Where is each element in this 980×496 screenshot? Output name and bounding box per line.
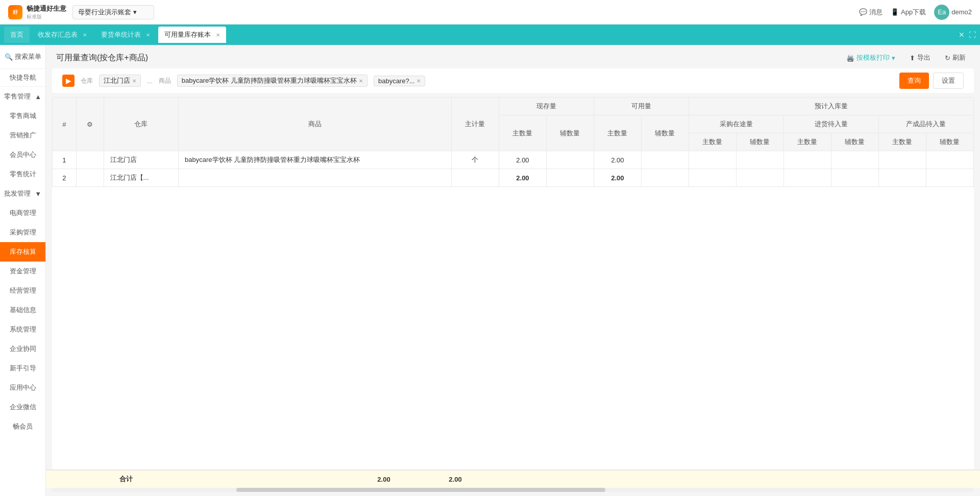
- sidebar-item-wholesale-mgmt[interactable]: 批发管理 ▼: [0, 184, 45, 203]
- sidebar-item-finance[interactable]: 资金管理: [0, 262, 45, 281]
- warehouse-filter-tag[interactable]: 江北门店 ✕: [99, 75, 141, 87]
- sidebar-item-marketing[interactable]: 营销推广: [0, 126, 45, 145]
- footer-avail-main: 2.00: [435, 476, 476, 483]
- message-button[interactable]: 💬 消息: [859, 8, 883, 17]
- product-filter-tag-2[interactable]: babycare?... ✕: [374, 76, 426, 86]
- chevron-down-icon: ▾: [133, 8, 137, 16]
- warehouse-tag-close[interactable]: ✕: [132, 78, 136, 84]
- print-icon: 🖨️: [846, 54, 854, 62]
- inventory-label: 库存核算: [10, 247, 36, 256]
- col-incoming-pending: 进货待入量: [783, 115, 878, 133]
- page-header: 可用量查询(按仓库+商品) 🖨️ 按模板打印 ▾ ⬆ 导出 ↻ 刷新: [46, 45, 980, 68]
- print-button[interactable]: 🖨️ 按模板打印 ▾: [842, 51, 899, 64]
- col-available: 可用量: [594, 98, 689, 115]
- sidebar-item-basic-info[interactable]: 基础信息: [0, 300, 45, 320]
- col-purchase-main: 主数量: [689, 133, 736, 151]
- page-title: 可用量查询(按仓库+商品): [56, 53, 148, 63]
- tenant-selector[interactable]: 母婴行业演示账套 ▾: [72, 5, 154, 19]
- sidebar-item-retail-mgmt[interactable]: 零售管理 ▲: [0, 87, 45, 106]
- tab-close-available-stock[interactable]: ✕: [216, 32, 220, 38]
- cell-incoming-aux: [831, 151, 878, 169]
- product-tag-2-close[interactable]: ✕: [416, 78, 421, 84]
- print-label: 按模板打印: [856, 53, 890, 62]
- app-download-label: App下载: [901, 8, 926, 17]
- purchase-mgmt-label: 采购管理: [10, 228, 36, 237]
- tab-purchase-stats[interactable]: 要货单统计表 ✕: [95, 27, 156, 43]
- collab-label: 企业协同: [10, 344, 36, 353]
- tab-close-purchase-stats[interactable]: ✕: [146, 32, 150, 38]
- cell-settings: [76, 169, 104, 187]
- sidebar-item-app-center[interactable]: 应用中心: [0, 378, 45, 397]
- sidebar-item-retail-mall[interactable]: 零售商城: [0, 106, 45, 126]
- cell-index: 2: [53, 169, 77, 187]
- footer-stock-main: 2.00: [363, 476, 404, 483]
- col-production-main: 主数量: [878, 133, 926, 151]
- col-purchase-aux: 辅数量: [736, 133, 783, 151]
- warehouse-tag-text: 江北门店: [104, 76, 130, 85]
- app-download-button[interactable]: 📱 App下载: [891, 8, 926, 17]
- col-stock-aux: 辅数量: [546, 115, 594, 151]
- chevron-icon: ▲: [35, 93, 41, 101]
- sidebar-item-ecommerce[interactable]: 电商管理: [0, 203, 45, 223]
- wechat-label: 企业微信: [10, 403, 36, 412]
- sidebar-item-retail-stats[interactable]: 零售统计: [0, 164, 45, 184]
- sidebar-search-button[interactable]: 🔍 搜索菜单: [4, 49, 41, 64]
- table-footer: 合计 2.00 2.00: [46, 469, 980, 488]
- settings-button[interactable]: 设置: [933, 73, 964, 89]
- product-tag-1-text: babycare学饮杯 儿童防摔防撞吸管杯重力球吸嘴杯宝宝水杯: [182, 76, 357, 85]
- tab-available-stock[interactable]: 可用量库存账本 ✕: [158, 27, 226, 43]
- product-tag-1-close[interactable]: ✕: [359, 78, 363, 84]
- finance-label: 资金管理: [10, 267, 36, 276]
- purchase-stats-tab-label: 要货单统计表: [101, 30, 141, 39]
- tab-receivable[interactable]: 收发存汇总表 ✕: [32, 27, 93, 43]
- table-row: 1 江北门店 babycare学饮杯 儿童防摔防撞吸管杯重力球吸嘴杯宝宝水杯 个…: [53, 151, 974, 169]
- logo-title: 畅捷通好生意: [27, 4, 66, 13]
- user-profile[interactable]: Ea demo2: [934, 5, 972, 20]
- sidebar-item-wechat[interactable]: 企业微信: [0, 397, 45, 417]
- refresh-button[interactable]: ↻ 刷新: [941, 51, 970, 64]
- sidebar-item-member-center[interactable]: 会员中心: [0, 145, 45, 164]
- col-avail-main: 主数量: [594, 115, 641, 151]
- col-product: 商品: [179, 98, 452, 151]
- system-label: 系统管理: [10, 325, 36, 334]
- sidebar: 🔍 搜索菜单 快捷导航 零售管理 ▲ 零售商城 营销推广 会员中心 零售统计 批…: [0, 45, 46, 496]
- product-tag-2-text: babycare?...: [378, 77, 415, 85]
- refresh-icon: ↻: [945, 54, 950, 62]
- app-center-label: 应用中心: [10, 383, 36, 392]
- footer-label: 合计: [113, 475, 139, 484]
- sidebar-item-inventory[interactable]: 库存核算: [0, 242, 45, 262]
- product-filter-label: 商品: [159, 77, 171, 85]
- query-button[interactable]: 查询: [899, 73, 929, 89]
- top-bar-right: 💬 消息 📱 App下载 Ea demo2: [859, 5, 972, 20]
- retail-stats-label: 零售统计: [10, 170, 36, 179]
- export-label: 导出: [917, 53, 930, 62]
- tab-home[interactable]: 首页: [4, 27, 30, 43]
- content-area: 可用量查询(按仓库+商品) 🖨️ 按模板打印 ▾ ⬆ 导出 ↻ 刷新 ▶: [46, 45, 980, 496]
- warehouse-more-dots[interactable]: ...: [147, 77, 153, 85]
- cell-avail-aux: [641, 151, 689, 169]
- sidebar-item-quick-nav[interactable]: 快捷导航: [0, 69, 45, 87]
- filter-bar: ▶ 仓库 江北门店 ✕ ... 商品 babycare学饮杯 儿童防摔防撞吸管杯…: [52, 68, 974, 93]
- sidebar-item-operations[interactable]: 经营管理: [0, 281, 45, 300]
- scrollbar-thumb[interactable]: [236, 488, 605, 492]
- cell-avail-aux: [641, 169, 689, 187]
- cell-production-aux: [926, 151, 973, 169]
- filter-expand-button[interactable]: ▶: [62, 75, 75, 87]
- sidebar-item-vip[interactable]: 畅会员: [0, 417, 45, 436]
- horizontal-scrollbar[interactable]: [52, 488, 974, 492]
- col-settings[interactable]: ⚙: [76, 98, 104, 151]
- close-window-icon[interactable]: ✕: [959, 31, 965, 39]
- tab-close-receivable[interactable]: ✕: [83, 32, 87, 38]
- product-filter-tag-1[interactable]: babycare学饮杯 儿童防摔防撞吸管杯重力球吸嘴杯宝宝水杯 ✕: [177, 75, 368, 87]
- sidebar-item-system[interactable]: 系统管理: [0, 320, 45, 339]
- table-row: 2 江北门店【... 2.00 2.00: [53, 169, 974, 187]
- export-button[interactable]: ⬆ 导出: [905, 51, 935, 64]
- main-layout: 🔍 搜索菜单 快捷导航 零售管理 ▲ 零售商城 营销推广 会员中心 零售统计 批…: [0, 45, 980, 496]
- maximize-window-icon[interactable]: ⛶: [969, 31, 976, 39]
- sidebar-item-new-guide[interactable]: 新手引导: [0, 359, 45, 378]
- sidebar-item-purchase-mgmt[interactable]: 采购管理: [0, 223, 45, 242]
- tab-bar: 首页 收发存汇总表 ✕ 要货单统计表 ✕ 可用量库存账本 ✕ ✕ ⛶: [0, 25, 980, 45]
- sidebar-item-collab[interactable]: 企业协同: [0, 339, 45, 359]
- cell-warehouse: 江北门店【...: [104, 169, 179, 187]
- cell-production-main: [878, 151, 926, 169]
